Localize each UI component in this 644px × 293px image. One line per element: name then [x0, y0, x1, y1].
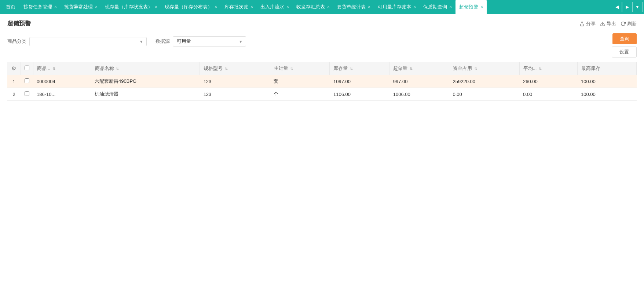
cell-max-stock: 100.00: [577, 75, 636, 88]
cell-product-code: 186-10...: [33, 88, 91, 101]
nav-item-0[interactable]: 拣货任务管理 ×: [20, 0, 61, 14]
table-row: 1 0000004 六配套新昌490BPG 123 套 1097.00 997.…: [7, 75, 637, 88]
export-button[interactable]: 导出: [600, 21, 616, 27]
cell-max-stock: 100.00: [577, 88, 636, 101]
cell-avg: 260.00: [519, 75, 577, 88]
row-index: 2: [7, 88, 21, 101]
nav-item-2[interactable]: 现存量（库存状况表） ×: [101, 0, 161, 14]
data-table: ⚙ 商品... ⇅ 商品名称 ⇅ 规格型号 ⇅ 主计量: [7, 62, 637, 101]
nav-arrows: ◀ ▶ ▼: [612, 2, 643, 12]
close-tab-10[interactable]: ×: [480, 4, 483, 10]
select-all-checkbox[interactable]: [25, 66, 29, 70]
filter-row: 商品分类 ▾ 数据源 可用量 ▾: [7, 33, 606, 49]
nav-item-9[interactable]: 保质期查询 ×: [420, 0, 455, 14]
cell-overstock: 1006.00: [389, 88, 449, 101]
sort-icon-spec[interactable]: ⇅: [225, 67, 228, 71]
nav-arrow-right[interactable]: ▶: [622, 2, 632, 12]
close-tab-5[interactable]: ×: [286, 4, 289, 10]
cell-capital: 259220.00: [449, 75, 520, 88]
sort-icon-avg[interactable]: ⇅: [539, 67, 542, 71]
col-stock: 库存量 ⇅: [330, 62, 389, 75]
export-icon: [600, 21, 605, 26]
cell-unit: 个: [270, 88, 330, 101]
cell-spec: 123: [200, 75, 270, 88]
nav-item-3[interactable]: 现存量（库存分布表） ×: [161, 0, 221, 14]
row-checkbox[interactable]: [25, 91, 29, 96]
col-spec: 规格型号 ⇅: [200, 62, 270, 75]
datasource-select[interactable]: 可用量 ▾: [173, 36, 246, 47]
header-actions: 分享 导出 刷新: [579, 21, 637, 27]
col-unit: 主计量 ⇅: [270, 62, 330, 75]
cell-stock: 1097.00: [330, 75, 389, 88]
page-title: 超储预警: [7, 20, 31, 27]
sort-icon-unit[interactable]: ⇅: [290, 67, 293, 71]
top-navigation: 首页 拣货任务管理 × 拣货异常处理 × 现存量（库存状况表） × 现存量（库存…: [0, 0, 644, 14]
datasource-label: 数据源: [155, 38, 170, 45]
datasource-filter: 数据源 可用量 ▾: [155, 36, 246, 47]
close-tab-8[interactable]: ×: [413, 4, 416, 10]
nav-arrow-left[interactable]: ◀: [612, 2, 622, 12]
nav-item-6[interactable]: 收发存汇总表 ×: [293, 0, 333, 14]
close-tab-4[interactable]: ×: [250, 4, 253, 10]
col-capital: 资金占用 ⇅: [449, 62, 520, 75]
page-content: 超储预警 分享 导出 刷新 商品分类 ▾: [0, 14, 644, 107]
cell-avg: 0.00: [519, 88, 577, 101]
row-checkbox-cell: [21, 75, 33, 88]
close-tab-0[interactable]: ×: [54, 4, 57, 10]
settings-button[interactable]: 设置: [612, 47, 637, 58]
close-tab-3[interactable]: ×: [215, 4, 217, 10]
gear-icon[interactable]: ⚙: [11, 65, 16, 71]
nav-item-10[interactable]: 超储预警 ×: [455, 0, 487, 14]
datasource-dropdown-arrow: ▾: [239, 39, 242, 44]
table-header-row: ⚙ 商品... ⇅ 商品名称 ⇅ 规格型号 ⇅ 主计量: [7, 62, 637, 75]
category-dropdown-arrow: ▾: [140, 39, 143, 44]
category-filter: 商品分类 ▾: [7, 37, 147, 46]
sort-icon-overstock[interactable]: ⇅: [410, 67, 413, 71]
category-label: 商品分类: [7, 38, 26, 45]
cell-spec: 123: [200, 88, 270, 101]
share-button[interactable]: 分享: [579, 21, 596, 27]
close-tab-1[interactable]: ×: [95, 4, 98, 10]
col-product-code: 商品... ⇅: [33, 62, 91, 75]
nav-item-8[interactable]: 可用量库存账本 ×: [374, 0, 420, 14]
row-checkbox[interactable]: [25, 78, 29, 83]
close-tab-9[interactable]: ×: [449, 4, 452, 10]
nav-home[interactable]: 首页: [1, 0, 20, 14]
cell-product-code: 0000004: [33, 75, 91, 88]
col-avg: 平均... ⇅: [519, 62, 577, 75]
cell-capital: 0.00: [449, 88, 520, 101]
sort-icon-product-name[interactable]: ⇅: [116, 67, 119, 71]
col-overstock: 超储量 ⇅: [389, 62, 449, 75]
cell-stock: 1106.00: [330, 88, 389, 101]
checkbox-column-header: [21, 62, 33, 75]
close-tab-2[interactable]: ×: [155, 4, 157, 10]
nav-item-5[interactable]: 出入库流水 ×: [257, 0, 293, 14]
page-header: 超储预警 分享 导出 刷新: [7, 20, 637, 27]
cell-product-name: 机油滤清器: [91, 88, 200, 101]
share-icon: [579, 21, 585, 26]
close-tab-6[interactable]: ×: [327, 4, 330, 10]
col-product-name: 商品名称 ⇅: [91, 62, 200, 75]
nav-item-7[interactable]: 要货单统计表 ×: [333, 0, 374, 14]
category-select[interactable]: ▾: [29, 37, 147, 46]
cell-overstock: 997.00: [389, 75, 449, 88]
refresh-icon: [621, 21, 626, 26]
nav-arrow-dropdown[interactable]: ▼: [632, 2, 643, 12]
query-button[interactable]: 查询: [612, 33, 637, 44]
refresh-button[interactable]: 刷新: [621, 21, 637, 27]
settings-column-header: ⚙: [7, 62, 21, 75]
sort-icon-stock[interactable]: ⇅: [350, 67, 353, 71]
action-buttons: 查询 设置: [612, 33, 637, 58]
col-max-stock: 最高库存: [577, 62, 636, 75]
row-index: 1: [7, 75, 21, 88]
cell-unit: 套: [270, 75, 330, 88]
close-tab-7[interactable]: ×: [368, 4, 370, 10]
nav-item-1[interactable]: 拣货异常处理 ×: [61, 0, 101, 14]
row-checkbox-cell: [21, 88, 33, 101]
sort-icon-capital[interactable]: ⇅: [474, 67, 477, 71]
table-row: 2 186-10... 机油滤清器 123 个 1106.00 1006.00 …: [7, 88, 637, 101]
sort-icon-product-code[interactable]: ⇅: [52, 67, 55, 71]
cell-product-name: 六配套新昌490BPG: [91, 75, 200, 88]
nav-item-4[interactable]: 库存批次账 ×: [221, 0, 257, 14]
